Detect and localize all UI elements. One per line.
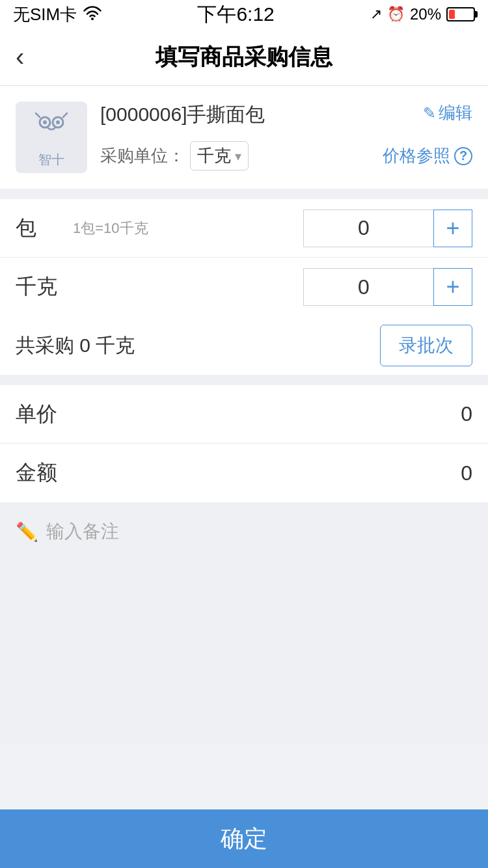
input-section: 包 1包=10千克 + 千克 + <box>0 199 488 316</box>
kg-row: 千克 + <box>0 258 488 316</box>
pack-sublabel: 1包=10千克 <box>73 219 148 238</box>
status-time: 下午6:12 <box>197 1 274 28</box>
product-image: 智十 <box>16 102 87 173</box>
carrier-text: 无SIM卡 <box>13 3 77 26</box>
content-area <box>0 561 488 743</box>
price-ref-button[interactable]: 价格参照 ? <box>383 144 472 167</box>
total-section: 共采购 0 千克 录批次 <box>0 316 488 375</box>
dropdown-arrow: ▾ <box>235 148 241 164</box>
pack-row: 包 1包=10千克 + <box>0 199 488 258</box>
pack-input[interactable] <box>303 210 433 247</box>
product-unit-row: 采购单位： 千克 ▾ 价格参照 ? <box>100 141 472 170</box>
notes-section[interactable]: ✏️ 输入备注 <box>0 502 488 561</box>
svg-point-3 <box>56 120 60 124</box>
unit-price-value: 0 <box>461 402 472 426</box>
product-name: [0000006]手撕面包 <box>100 102 265 128</box>
amount-value: 0 <box>461 461 472 485</box>
unit-price-label: 单价 <box>16 400 57 429</box>
confirm-button[interactable]: 确定 <box>0 809 488 868</box>
kg-label: 千克 <box>16 273 68 301</box>
divider-2 <box>0 375 488 385</box>
nav-bar: ‹ 填写商品采购信息 <box>0 29 488 86</box>
back-button[interactable]: ‹ <box>16 42 24 72</box>
kg-plus-button[interactable]: + <box>433 268 472 306</box>
battery-indicator <box>446 7 475 21</box>
brand-icon <box>31 107 72 148</box>
notes-placeholder[interactable]: 输入备注 <box>46 519 119 544</box>
pack-control: + <box>303 210 472 247</box>
product-info: [0000006]手撕面包 ✎ 编辑 采购单位： 千克 ▾ 价格参照 ? <box>100 102 472 170</box>
total-text: 共采购 0 千克 <box>16 332 135 359</box>
status-right-icons: ↗ ⏰ 20% <box>370 5 475 23</box>
wifi-icon <box>83 5 102 25</box>
product-section: 智十 [0000006]手撕面包 ✎ 编辑 采购单位： 千克 ▾ 价格参照 ? <box>0 86 488 189</box>
price-section: 单价 0 金额 0 <box>0 385 488 502</box>
brand-text: 智十 <box>31 151 72 169</box>
location-icon: ↗ <box>370 6 382 23</box>
svg-point-2 <box>43 120 47 124</box>
status-bar: 无SIM卡 下午6:12 ↗ ⏰ 20% <box>0 0 488 29</box>
amount-label: 金额 <box>16 459 57 487</box>
pack-plus-button[interactable]: + <box>433 210 472 247</box>
record-batch-button[interactable]: 录批次 <box>380 325 472 366</box>
battery-percent: 20% <box>410 5 441 23</box>
status-carrier: 无SIM卡 <box>13 3 102 26</box>
kg-control: + <box>303 268 472 306</box>
edit-icon: ✎ <box>423 104 436 122</box>
divider-1 <box>0 189 488 199</box>
help-icon: ? <box>454 147 472 165</box>
kg-input[interactable] <box>303 268 433 306</box>
page-title: 填写商品采购信息 <box>156 42 332 72</box>
pencil-icon: ✏️ <box>16 521 38 543</box>
alarm-icon: ⏰ <box>387 6 405 23</box>
amount-row: 金额 0 <box>0 444 488 502</box>
unit-label: 采购单位： <box>100 144 185 167</box>
unit-price-row: 单价 0 <box>0 385 488 444</box>
pack-label: 包 <box>16 214 68 243</box>
product-image-inner: 智十 <box>31 107 72 169</box>
unit-select[interactable]: 千克 ▾ <box>190 141 249 170</box>
product-header: [0000006]手撕面包 ✎ 编辑 <box>100 102 472 128</box>
edit-button[interactable]: ✎ 编辑 <box>423 102 472 124</box>
